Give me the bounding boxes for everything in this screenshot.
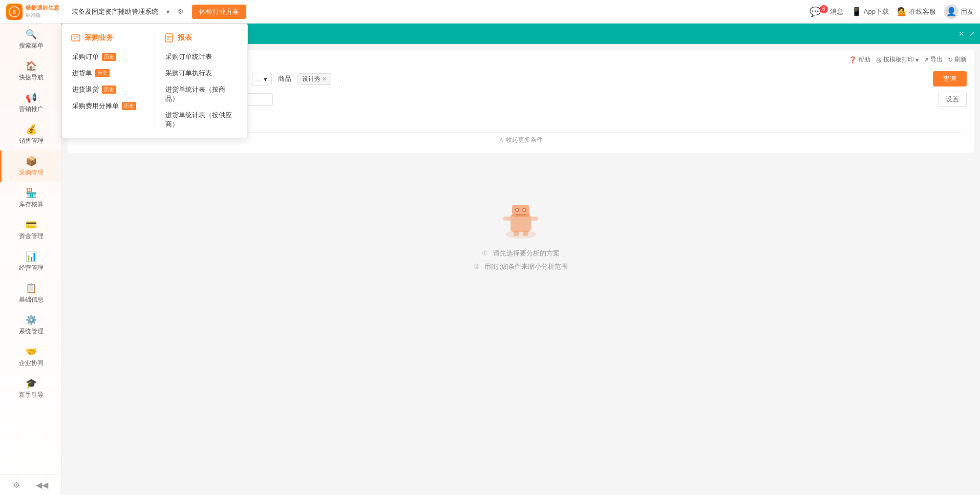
tab-maximize-btn[interactable]: ⤢ bbox=[969, 30, 975, 38]
inventory-icon: 🏪 bbox=[26, 187, 37, 199]
report-section-icon bbox=[163, 32, 175, 44]
menu-item-goods-stat-by-supplier[interactable]: 进货单统计表（按供应商） bbox=[163, 107, 240, 133]
logo-icon: 6 bbox=[6, 4, 23, 20]
guide-icon: 🎓 bbox=[26, 378, 37, 389]
empty-hint-1: ① 请先选择要分析的方案 bbox=[482, 249, 560, 258]
collapse-icon: ∧ bbox=[499, 136, 504, 143]
tab-close-window-btn[interactable]: ✕ bbox=[958, 30, 965, 38]
svg-rect-10 bbox=[514, 231, 519, 236]
empty-state: ① 请先选择要分析的方案 ② 用[过滤]条件来缩小分析范围 bbox=[68, 158, 974, 312]
menu-item-goods-in[interactable]: 进货单 历史 bbox=[70, 65, 146, 81]
settings-bottom-btn[interactable]: ⚙ bbox=[13, 480, 20, 490]
purchase-dropdown-menu: 采购业务 采购订单 历史 进货单 历史 进货退货 历史 采购费用分摊单 历史 bbox=[61, 24, 248, 138]
sidebar-item-label: 库存核算 bbox=[19, 200, 44, 209]
menu-item-goods-return[interactable]: 进货退货 历史 bbox=[70, 81, 146, 98]
menu-item-purchase-order-stat[interactable]: 采购订单统计表 bbox=[163, 49, 240, 65]
svg-rect-14 bbox=[72, 35, 80, 41]
header-right: 💬 6 消息 📱 App下载 💁 在线客服 👤 用友 bbox=[809, 5, 974, 19]
search-icon: 🔍 bbox=[26, 29, 37, 40]
svg-rect-11 bbox=[523, 231, 528, 236]
empty-hint-2: ② 用[过滤]条件来缩小分析范围 bbox=[474, 262, 568, 271]
sidebar-item-marketing[interactable]: 📢 营销推广 bbox=[0, 87, 61, 119]
user-avatar: 👤 bbox=[944, 5, 958, 19]
online-service-action[interactable]: 💁 在线客服 bbox=[897, 7, 936, 16]
capital-icon: 💳 bbox=[26, 219, 37, 230]
logo-area: 6 畅捷通好生意 标准版 bbox=[6, 4, 68, 20]
history-tag-3: 历史 bbox=[102, 85, 116, 94]
sidebar-bottom: ⚙ ◀◀ bbox=[0, 475, 61, 495]
query-btn[interactable]: 查询 bbox=[933, 71, 967, 87]
sidebar-item-operations[interactable]: 📊 经营管理 bbox=[0, 246, 61, 277]
goods-dots[interactable]: ... bbox=[337, 75, 343, 83]
refresh-link[interactable]: ↻ 刷新 bbox=[948, 55, 967, 64]
user-action[interactable]: 👤 用友 bbox=[944, 5, 974, 19]
menu-item-purchase-order[interactable]: 采购订单 历史 bbox=[70, 49, 146, 65]
goods-label: 商品 bbox=[278, 74, 291, 83]
industry-btn[interactable]: 体验行业方案 bbox=[192, 5, 246, 19]
sidebar-item-label: 快捷导航 bbox=[19, 73, 44, 82]
menu-item-purchase-expense[interactable]: 采购费用分摊单 历史 bbox=[70, 98, 146, 114]
system-settings-btn[interactable]: ⚙ bbox=[174, 5, 188, 19]
sidebar-item-capital[interactable]: 💳 资金管理 bbox=[0, 214, 61, 246]
svg-point-7 bbox=[516, 209, 518, 211]
empty-illustration bbox=[495, 199, 546, 240]
sidebar-item-label: 系统管理 bbox=[19, 327, 44, 336]
sidebar-item-label: 采购管理 bbox=[19, 168, 44, 177]
settings-btn[interactable]: 设置 bbox=[938, 92, 967, 107]
sidebar-item-search[interactable]: 🔍 搜索菜单 bbox=[0, 24, 61, 55]
history-tag-4: 历史 bbox=[122, 102, 136, 110]
system-name: 装备及固定资产辅助管理系统 bbox=[68, 7, 162, 16]
history-tag-1: 历史 bbox=[102, 53, 116, 61]
voucher-status-select[interactable]: ... ▾ bbox=[252, 73, 272, 85]
sidebar-item-label: 基础信息 bbox=[19, 295, 44, 304]
app-download-action[interactable]: 📱 App下载 bbox=[851, 7, 889, 16]
svg-text:6: 6 bbox=[13, 9, 16, 15]
menu-item-goods-stat-by-product[interactable]: 进货单统计表（按商品） bbox=[163, 81, 240, 107]
home-icon: 🏠 bbox=[26, 60, 37, 72]
purchase-section-title: 采购业务 bbox=[70, 29, 146, 49]
help-link[interactable]: ❓ 帮助 bbox=[849, 55, 870, 64]
message-badge: 6 bbox=[820, 5, 828, 13]
sidebar-item-label: 企业协同 bbox=[19, 359, 44, 368]
system-icon: ⚙️ bbox=[26, 314, 37, 326]
export-link[interactable]: ↗ 导出 bbox=[924, 55, 943, 64]
sidebar-item-system[interactable]: ⚙️ 系统管理 bbox=[0, 309, 61, 341]
operations-icon: 📊 bbox=[26, 251, 37, 262]
sidebar-item-basicinfo[interactable]: 📋 基础信息 bbox=[0, 277, 61, 309]
message-action[interactable]: 💬 6 消息 bbox=[809, 6, 843, 17]
svg-rect-12 bbox=[503, 217, 511, 221]
header-nav: 装备及固定资产辅助管理系统 ▾ ⚙ 体验行业方案 bbox=[68, 5, 809, 19]
menu-section-report: 报表 采购订单统计表 采购订单执行表 进货单统计表（按商品） 进货单统计表（按供… bbox=[155, 29, 248, 133]
sidebar-item-label: 营销推广 bbox=[19, 105, 44, 114]
basicinfo-icon: 📋 bbox=[26, 283, 37, 294]
sidebar-item-guide[interactable]: 🎓 新手引导 bbox=[0, 373, 61, 404]
collapse-sidebar-btn[interactable]: ◀◀ bbox=[36, 480, 48, 490]
tab-bar-right: ✕ ⤢ bbox=[953, 24, 980, 44]
sidebar-item-enterprise[interactable]: 🤝 企业协同 bbox=[0, 341, 61, 373]
sales-icon: 💰 bbox=[26, 124, 37, 135]
sidebar-item-label: 销售管理 bbox=[19, 137, 44, 145]
sidebar-item-quicknav[interactable]: 🏠 快捷导航 bbox=[0, 55, 61, 87]
svg-rect-9 bbox=[516, 214, 526, 216]
sidebar-item-label: 搜索菜单 bbox=[19, 41, 44, 50]
svg-rect-13 bbox=[530, 217, 538, 221]
sidebar-item-label: 经营管理 bbox=[19, 264, 44, 272]
menu-section-purchase: 采购业务 采购订单 历史 进货单 历史 进货退货 历史 采购费用分摊单 历史 bbox=[62, 29, 155, 133]
chevron-down-icon: ▾ bbox=[264, 75, 267, 83]
print-link[interactable]: 🖨 按模板打印 ▾ bbox=[876, 55, 919, 64]
sidebar-item-inventory[interactable]: 🏪 库存核算 bbox=[0, 182, 61, 214]
sidebar-item-label: 资金管理 bbox=[19, 232, 44, 241]
sidebar-item-sales[interactable]: 💰 销售管理 bbox=[0, 119, 61, 150]
sidebar: 🔍 搜索菜单 🏠 快捷导航 📢 营销推广 💰 销售管理 📦 采购管理 🏪 库存核… bbox=[0, 24, 61, 495]
menu-item-purchase-order-exec[interactable]: 采购订单执行表 bbox=[163, 65, 240, 81]
sidebar-item-purchase[interactable]: 📦 采购管理 bbox=[0, 150, 61, 182]
enterprise-icon: 🤝 bbox=[26, 346, 37, 357]
goods-tag-close[interactable]: ✕ bbox=[322, 76, 327, 82]
top-header: 6 畅捷通好生意 标准版 装备及固定资产辅助管理系统 ▾ ⚙ 体验行业方案 💬 … bbox=[0, 0, 980, 24]
logo-text: 畅捷通好生意 标准版 bbox=[26, 4, 59, 19]
system-dropdown-btn[interactable]: ▾ bbox=[166, 8, 169, 15]
sidebar-item-label: 新手引导 bbox=[19, 391, 44, 399]
goods-tag[interactable]: 设计秀 ✕ bbox=[297, 73, 331, 85]
report-section-title: 报表 bbox=[163, 29, 240, 49]
svg-point-8 bbox=[523, 209, 525, 211]
